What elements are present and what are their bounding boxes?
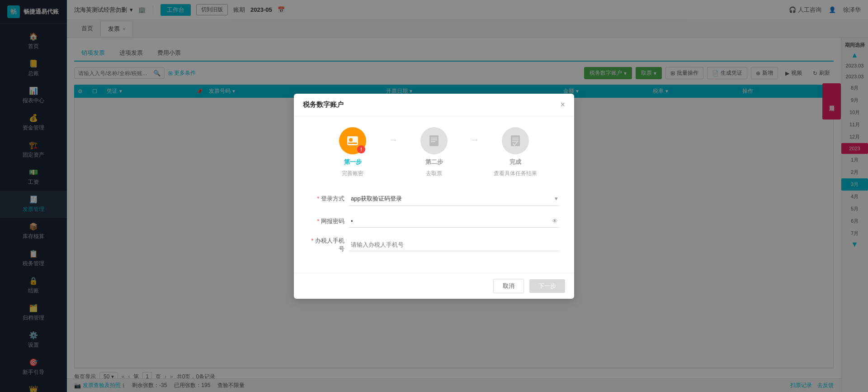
modal-overlay: 税务数字账户 × ! bbox=[0, 0, 868, 392]
svg-rect-9 bbox=[512, 139, 519, 140]
svg-rect-4 bbox=[431, 138, 437, 139]
step-2-desc: 去取票 bbox=[426, 170, 442, 177]
svg-rect-8 bbox=[512, 138, 519, 139]
step-arrow-2: → bbox=[470, 127, 479, 145]
modal-title: 税务数字账户 bbox=[303, 100, 344, 109]
login-method-control: app获取验证码登录 ▾ bbox=[349, 192, 560, 206]
password-row: * 网报密码 👁 bbox=[308, 215, 560, 228]
phone-label: * 办税人手机号 bbox=[308, 237, 349, 253]
step-1-icon-wrapper: ! bbox=[339, 127, 366, 154]
password-label: * 网报密码 bbox=[308, 217, 349, 225]
svg-rect-3 bbox=[429, 135, 439, 146]
modal-header: 税务数字账户 × bbox=[294, 94, 574, 116]
step-1-error-badge: ! bbox=[357, 145, 365, 153]
phone-control bbox=[349, 239, 560, 251]
tax-digital-modal: 税务数字账户 × ! bbox=[294, 94, 574, 299]
modal-close-button[interactable]: × bbox=[560, 100, 565, 110]
step-3-desc: 查看具体任务结果 bbox=[494, 170, 537, 177]
modal-body: ! 第一步 完善账密 → bbox=[294, 116, 574, 273]
step-arrow-1: → bbox=[389, 127, 398, 145]
svg-rect-2 bbox=[348, 143, 357, 144]
password-input-wrap: 👁 bbox=[349, 215, 560, 228]
step-2: 第二步 去取票 bbox=[398, 127, 470, 177]
step-3: 完成 查看具体任务结果 bbox=[479, 127, 552, 177]
step-1-desc: 完善账密 bbox=[342, 170, 363, 177]
login-method-label: * 登录方式 bbox=[308, 195, 349, 203]
svg-rect-6 bbox=[431, 141, 435, 142]
modal-footer: 取消 下一步 bbox=[294, 273, 574, 299]
cancel-button[interactable]: 取消 bbox=[493, 279, 524, 293]
stepper: ! 第一步 完善账密 → bbox=[308, 127, 560, 177]
phone-input[interactable] bbox=[349, 239, 560, 251]
chevron-down-icon: ▾ bbox=[555, 195, 558, 202]
step-3-icon bbox=[502, 127, 529, 154]
step-1-label: 第一步 bbox=[344, 158, 362, 166]
eye-icon[interactable]: 👁 bbox=[550, 218, 560, 225]
password-control: 👁 bbox=[349, 215, 560, 228]
step-1: ! 第一步 完善账密 bbox=[316, 127, 389, 177]
login-method-row: * 登录方式 app获取验证码登录 ▾ bbox=[308, 192, 560, 206]
step-2-label: 第二步 bbox=[425, 158, 443, 166]
step-2-icon bbox=[420, 127, 448, 154]
svg-rect-10 bbox=[512, 141, 517, 142]
svg-point-1 bbox=[349, 138, 353, 142]
password-input[interactable] bbox=[349, 215, 550, 227]
step-3-label: 完成 bbox=[509, 158, 521, 166]
svg-rect-5 bbox=[431, 139, 437, 140]
login-method-select[interactable]: app获取验证码登录 ▾ bbox=[349, 192, 560, 206]
next-button[interactable]: 下一步 bbox=[529, 279, 565, 293]
phone-row: * 办税人手机号 bbox=[308, 237, 560, 253]
modal-form: * 登录方式 app获取验证码登录 ▾ * 网报密码 bbox=[308, 192, 560, 253]
